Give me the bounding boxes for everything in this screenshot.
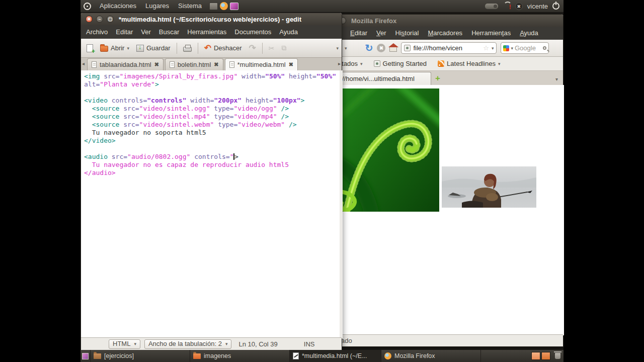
gedit-icon [293,352,299,359]
firefox-menu-marcadores[interactable]: Marcadores [423,27,467,40]
close-tab-icon[interactable]: ✖ [289,61,293,68]
bookmark-label: Latest Headlines [447,60,496,67]
firefox-content [335,85,564,335]
undo-button[interactable]: ↶ Deshacer [202,43,245,53]
tab-width-combo[interactable]: Ancho de la tabulación: 2▾ [144,339,232,349]
gedit-menu-herramientas[interactable]: Herramientas [183,25,230,39]
power-icon[interactable] [552,3,559,10]
print-button[interactable] [181,43,194,53]
copy-button[interactable]: ⧉ [279,42,289,54]
new-document-button[interactable] [84,43,96,54]
language-combo[interactable]: HTML▾ [109,339,140,349]
gedit-menu-archivo[interactable]: Archivo [82,25,112,39]
screen-recorder-icon[interactable] [230,3,238,10]
close-tab-icon[interactable]: ✖ [154,61,159,68]
tab-scroll-right-icon[interactable]: ▸ [338,61,341,66]
cut-button[interactable]: ✂ [266,43,277,54]
page-favicon-icon [404,45,411,51]
taskbar-item-multimedia-html-e[interactable]: *multimedia.html (~/E... [290,350,381,362]
search-box[interactable]: ▾ Google [501,42,549,54]
url-bar[interactable]: file:///home/vicen ☆ ▾ [401,42,497,54]
save-icon [136,45,144,52]
search-placeholder[interactable]: Google [515,44,541,52]
search-engine-dropdown-icon[interactable]: ▾ [511,46,513,51]
close-tab-icon[interactable]: ✖ [214,61,218,68]
gedit-titlebar[interactable]: ✖ – ▢ *multimedia.html (~/Escritorio/cur… [81,13,342,25]
workspace-2[interactable] [541,352,550,360]
taskbar-item-imagenes[interactable]: imagenes [190,350,290,362]
save-button[interactable]: Guardar [134,43,173,53]
tab-label: *multimedia.html [237,61,286,68]
code-line: <audio src="audio/0802.ogg" controls="> [84,153,340,161]
reload-icon[interactable]: ↻ [365,42,373,54]
bookmark-latest-headlines[interactable]: Latest Headlines▾ [438,60,500,67]
panel-menu-sistema[interactable]: Sistema [174,0,206,12]
firefox-menu-historial[interactable]: Historial [391,27,424,40]
home-icon[interactable] [389,47,397,52]
redo-button[interactable]: ↷ [247,43,259,53]
bookmark-getting-started[interactable]: Getting Started [374,60,427,67]
gedit-menu-documentos[interactable]: Documentos [230,25,275,39]
tab-scroll-left-icon[interactable]: ◂ [82,61,85,66]
gedit-menu-ver[interactable]: Ver [137,25,155,39]
taskbar-item-mozilla-firefox[interactable]: Mozilla Firefox [381,350,481,362]
gedit-menu-editar[interactable]: Editar [112,25,137,39]
task-label: [ejercicios] [104,352,134,359]
firefox-menu-ver[interactable]: Ver [372,27,391,40]
url-text[interactable]: file:///home/vicen [413,44,480,52]
battery-icon[interactable] [485,4,498,9]
gedit-menubar: ArchivoEditarVerBuscarHerramientasDocume… [81,25,342,39]
code-line: </video> [84,137,340,145]
firefox-tabbar: //home/vi...ultimedia.html + ▾ [335,71,563,85]
panel-menu-aplicaciones[interactable]: Aplicaciones [95,0,141,12]
gedit-tab-boletin-html[interactable]: boletin.html✖ [165,58,223,70]
forward-dropdown-icon[interactable]: ▾ [345,46,347,51]
close-window-icon[interactable]: ✖ [86,16,93,23]
taskbar-item-ejercicios[interactable]: [ejercicios] [91,350,190,362]
firefox-menu-editar[interactable]: Editar [346,27,372,40]
panel-menu-lugares[interactable]: Lugares [141,0,174,12]
show-desktop-button[interactable] [80,350,91,362]
code-line: Tu navegador no es capaz de reproducir a… [84,161,340,169]
firefox-tab[interactable]: //home/vi...ultimedia.html [337,72,431,85]
trash-button[interactable] [552,350,562,362]
firefox-launcher-icon[interactable] [220,2,228,10]
open-dropdown-icon[interactable]: ▾ [127,46,129,51]
gedit-menu-buscar[interactable]: Buscar [155,25,183,39]
gedit-window: ✖ – ▢ *multimedia.html (~/Escritorio/cur… [80,13,342,350]
bookmark-star-icon[interactable]: ☆ [483,44,489,52]
task-label: Mozilla Firefox [394,352,435,359]
gedit-menu-ayuda[interactable]: Ayuda [275,25,302,39]
google-engine-icon[interactable] [503,45,509,51]
input-mode-label: INS [304,340,315,348]
firefox-menu-ayuda[interactable]: Ayuda [515,27,543,40]
sintel-video-player[interactable] [442,166,536,208]
username-label[interactable]: vicente [527,3,548,10]
status-menu-icon[interactable]: ✖ [515,3,523,10]
movie-player-icon[interactable] [209,3,218,10]
code-line: <img src="imagenes/Spiral_by_firas.jpg" … [84,72,340,80]
open-button[interactable]: Abrir ▾ [98,43,132,53]
toolbar-overflow-icon[interactable]: ▾ [336,46,339,51]
ubuntu-logo-icon[interactable] [84,3,91,10]
code-line: <video controls="controls" width="200px"… [84,97,340,105]
list-all-tabs-icon[interactable]: ▾ [555,76,558,82]
gedit-tab-tablaanidada-html[interactable]: tablaanidada.html✖ [87,58,164,70]
network-icon[interactable] [503,3,511,10]
workspace-1[interactable] [531,352,540,360]
code-line: Tu navegador no soporta html5 [84,129,340,137]
open-folder-icon [100,46,108,52]
code-editor-area[interactable]: <img src="imagenes/Spiral_by_firas.jpg" … [81,70,343,338]
gedit-toolbar: Abrir ▾ Guardar ↶ Deshacer ↷ ✂ ⧉ ▾ [81,39,342,58]
firefox-menu-herramientas[interactable]: Herramientas [467,27,515,40]
minimize-window-icon[interactable]: – [96,16,103,23]
new-document-icon [87,44,93,52]
search-icon[interactable] [543,46,546,50]
url-dropdown-icon[interactable]: ▾ [492,46,494,51]
code-line: </audio> [84,169,340,177]
gedit-tab-multimedia-html[interactable]: *multimedia.html✖ [225,58,298,70]
firefox-titlebar[interactable]: Mozilla Firefox [335,15,563,27]
maximize-window-icon[interactable]: ▢ [107,16,114,23]
new-tab-icon[interactable]: + [435,73,440,83]
stop-icon[interactable]: ✖ [377,44,385,52]
